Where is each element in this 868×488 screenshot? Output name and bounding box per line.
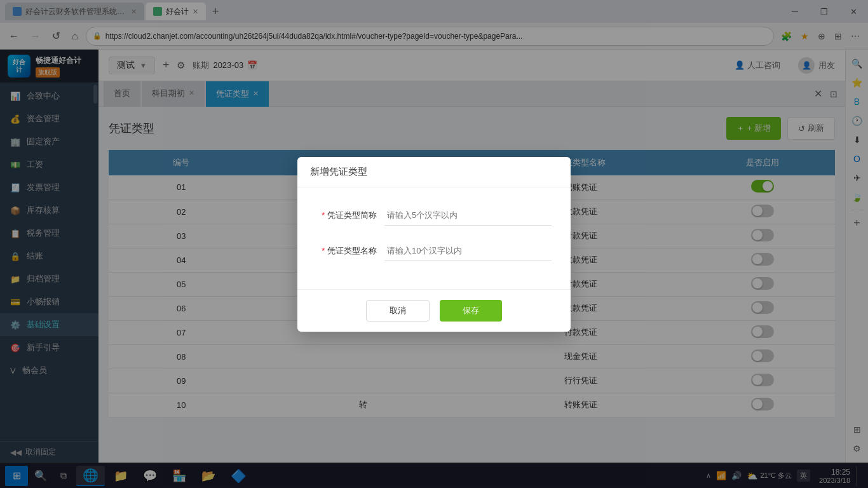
required-mark: *: [322, 210, 325, 220]
save-button[interactable]: 保存: [440, 300, 502, 322]
modal-body: * 凭证类型简称 * 凭证类型名称: [297, 187, 571, 289]
new-voucher-type-modal: 新增凭证类型 * 凭证类型简称 * 凭证类型名称: [297, 157, 571, 332]
cancel-button[interactable]: 取消: [366, 300, 430, 322]
full-name-input[interactable]: [384, 241, 552, 261]
modal-header: 新增凭证类型: [297, 157, 571, 187]
modal-overlay: 新增凭证类型 * 凭证类型简称 * 凭证类型名称: [0, 0, 868, 488]
short-name-input[interactable]: [384, 205, 552, 226]
form-row-full-name: * 凭证类型名称: [316, 241, 552, 261]
modal-footer: 取消 保存: [297, 289, 571, 332]
modal-title: 新增凭证类型: [310, 166, 367, 178]
short-name-label: * 凭证类型简称: [316, 210, 377, 221]
required-mark2: *: [322, 246, 325, 255]
browser-window: 好会计云财务软件管理系统_会计 ✕ 好会计 ✕ + ─ ❐ ✕ ← → ↺ ⌂ …: [0, 0, 868, 488]
form-row-short-name: * 凭证类型简称: [316, 205, 552, 226]
full-name-label: * 凭证类型名称: [316, 245, 377, 257]
